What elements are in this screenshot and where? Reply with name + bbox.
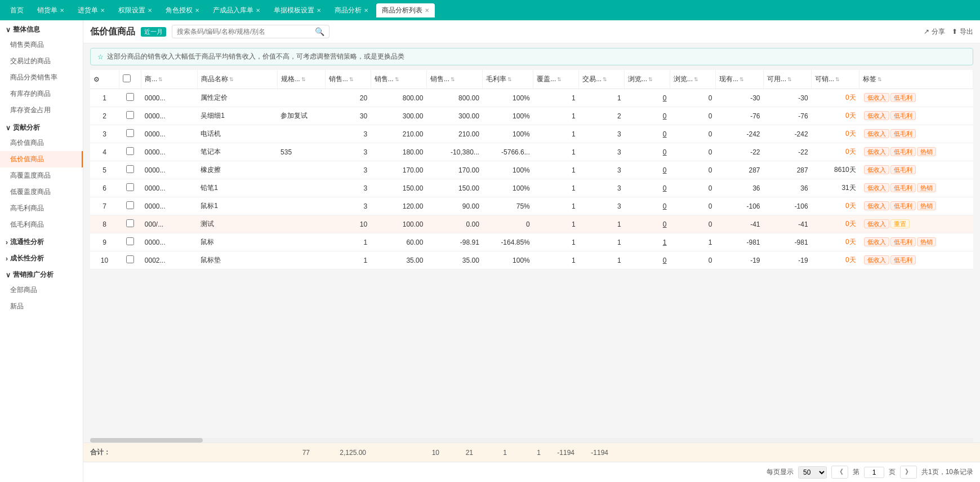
- nav-product-entry[interactable]: 产成品入库单 ✕: [207, 3, 266, 17]
- col-header-num[interactable]: ⚙: [90, 70, 119, 89]
- search-icon[interactable]: 🔍: [315, 27, 324, 36]
- sidebar-item-traded-products[interactable]: 交易过的商品: [0, 53, 83, 69]
- col-header-sale-qty[interactable]: 销售...⇅: [325, 70, 371, 89]
- nav-product-analysis[interactable]: 商品分析 ✕: [329, 3, 374, 17]
- sidebar-item-sales-products[interactable]: 销售类商品: [0, 37, 83, 53]
- row-check[interactable]: [119, 215, 141, 233]
- row-checkbox[interactable]: [126, 165, 134, 173]
- row-num: 10: [90, 251, 119, 269]
- sidebar-item-all-products[interactable]: 全部商品: [0, 282, 83, 298]
- row-sellable: 0天: [812, 107, 859, 125]
- sidebar-item-new-products[interactable]: 新品: [0, 298, 83, 315]
- col-header-code[interactable]: 商...⇅: [141, 70, 197, 89]
- nav-purchase-order[interactable]: 进货单 ✕: [72, 3, 110, 17]
- nav-role-auth[interactable]: 角色授权 ✕: [160, 3, 205, 17]
- row-checkbox[interactable]: [126, 129, 134, 137]
- tag-badge: 低毛利: [890, 165, 916, 174]
- col-header-trade[interactable]: 交易...⇅: [579, 70, 625, 89]
- row-stock: -242: [715, 125, 763, 143]
- col-header-stock[interactable]: 现有...⇅: [715, 70, 763, 89]
- nav-sales-order[interactable]: 销货单 ✕: [32, 3, 70, 17]
- row-name: 铅笔1: [197, 179, 277, 197]
- row-check[interactable]: [119, 161, 141, 179]
- row-check[interactable]: [119, 233, 141, 251]
- row-check[interactable]: [119, 89, 141, 107]
- scrollbar-thumb[interactable]: [90, 438, 203, 443]
- row-check[interactable]: [119, 197, 141, 215]
- sidebar-item-high-value[interactable]: 高价值商品: [0, 135, 83, 151]
- row-checkbox[interactable]: [126, 183, 134, 191]
- nav-close-product-analysis[interactable]: ✕: [364, 7, 368, 14]
- first-page-button[interactable]: 《: [831, 466, 848, 479]
- search-input[interactable]: [177, 28, 311, 36]
- row-sale-avg: 90.00: [426, 197, 482, 215]
- row-checkbox[interactable]: [126, 147, 134, 155]
- sort-icon-gross: ⇅: [507, 77, 512, 82]
- sidebar-item-category-sales-rate[interactable]: 商品分类销售率: [0, 69, 83, 86]
- sidebar-group-circulation[interactable]: › 流通性分析: [0, 233, 83, 249]
- nav-close-product-analysis-list[interactable]: ✕: [425, 7, 429, 14]
- filter-tag[interactable]: 近一月: [141, 27, 166, 37]
- row-spec: [277, 89, 325, 107]
- row-checkbox[interactable]: [126, 255, 134, 263]
- sidebar-item-low-profit[interactable]: 低毛利商品: [0, 216, 83, 233]
- col-header-sale-avg[interactable]: 销售...⇅: [426, 70, 482, 89]
- nav-close-sales-order[interactable]: ✕: [60, 7, 64, 14]
- col-header-gross[interactable]: 毛利率⇅: [483, 70, 533, 89]
- sort-icon-coverage: ⇅: [557, 77, 562, 82]
- nav-close-permissions[interactable]: ✕: [148, 7, 152, 14]
- row-check[interactable]: [119, 143, 141, 161]
- sidebar-group-contribution[interactable]: ∨ 贡献分析: [0, 118, 83, 135]
- col-header-spec[interactable]: 规格...⇅: [277, 70, 325, 89]
- sidebar-item-high-coverage[interactable]: 高覆盖度商品: [0, 167, 83, 184]
- col-header-sale-amt[interactable]: 销售...⇅: [371, 70, 426, 89]
- col-header-pv1[interactable]: 浏览...⇅: [625, 70, 670, 89]
- horizontal-scrollbar[interactable]: [90, 438, 973, 443]
- nav-close-product-entry[interactable]: ✕: [256, 7, 260, 14]
- search-box[interactable]: 🔍: [172, 25, 329, 38]
- row-code: 0002...: [141, 251, 197, 269]
- row-checkbox[interactable]: [126, 111, 134, 119]
- row-check[interactable]: [119, 179, 141, 197]
- sidebar-group-growth[interactable]: › 成长性分析: [0, 249, 83, 266]
- last-page-button[interactable]: 》: [900, 466, 917, 479]
- sidebar-group-marketing[interactable]: ∨ 营销推广分析: [0, 266, 83, 282]
- sidebar-item-low-value[interactable]: 低价值商品: [0, 151, 83, 167]
- nav-template-settings[interactable]: 单据模板设置 ✕: [268, 3, 327, 17]
- col-header-name[interactable]: 商品名称⇅: [197, 70, 277, 89]
- col-header-pv2[interactable]: 浏览...⇅: [670, 70, 715, 89]
- row-qty: 3: [325, 161, 371, 179]
- settings-icon[interactable]: ⚙: [93, 76, 100, 83]
- nav-close-template-settings[interactable]: ✕: [317, 7, 321, 14]
- nav-home[interactable]: 首页: [5, 3, 29, 17]
- row-pv2: 0: [670, 251, 715, 269]
- nav-close-role-auth[interactable]: ✕: [195, 7, 199, 14]
- row-checkbox[interactable]: [126, 93, 134, 101]
- row-check[interactable]: [119, 107, 141, 125]
- row-check[interactable]: [119, 125, 141, 143]
- sidebar-group-overview[interactable]: ∨ 整体信息: [0, 20, 83, 37]
- per-page-select[interactable]: 50 100 200: [798, 466, 827, 479]
- sidebar-item-stocked-products[interactable]: 有库存的商品: [0, 86, 83, 102]
- row-gross-rate: 75%: [483, 197, 533, 215]
- col-header-tags[interactable]: 标签⇅: [859, 70, 973, 89]
- col-header-check[interactable]: [119, 70, 141, 89]
- nav-product-analysis-list[interactable]: 商品分析列表 ✕: [376, 3, 435, 17]
- page-number-input[interactable]: [864, 467, 884, 478]
- sidebar-item-high-profit[interactable]: 高毛利商品: [0, 200, 83, 216]
- col-header-sellable[interactable]: 可销...⇅: [812, 70, 859, 89]
- sidebar-item-stock-capital[interactable]: 库存资金占用: [0, 102, 83, 118]
- select-all-checkbox[interactable]: [123, 74, 131, 82]
- row-checkbox[interactable]: [126, 201, 134, 209]
- nav-close-purchase-order[interactable]: ✕: [100, 7, 105, 14]
- col-header-avail[interactable]: 可用...⇅: [764, 70, 812, 89]
- col-header-coverage[interactable]: 覆盖...⇅: [533, 70, 579, 89]
- nav-permissions[interactable]: 权限设置 ✕: [113, 3, 158, 17]
- row-checkbox[interactable]: [126, 237, 134, 245]
- row-check[interactable]: [119, 251, 141, 269]
- row-name: 吴细细1: [197, 107, 277, 125]
- row-checkbox[interactable]: [126, 219, 134, 227]
- export-button[interactable]: ⬆ 导出: [952, 27, 973, 37]
- sidebar-item-low-coverage[interactable]: 低覆盖度商品: [0, 184, 83, 200]
- share-button[interactable]: ↗ 分享: [924, 27, 945, 37]
